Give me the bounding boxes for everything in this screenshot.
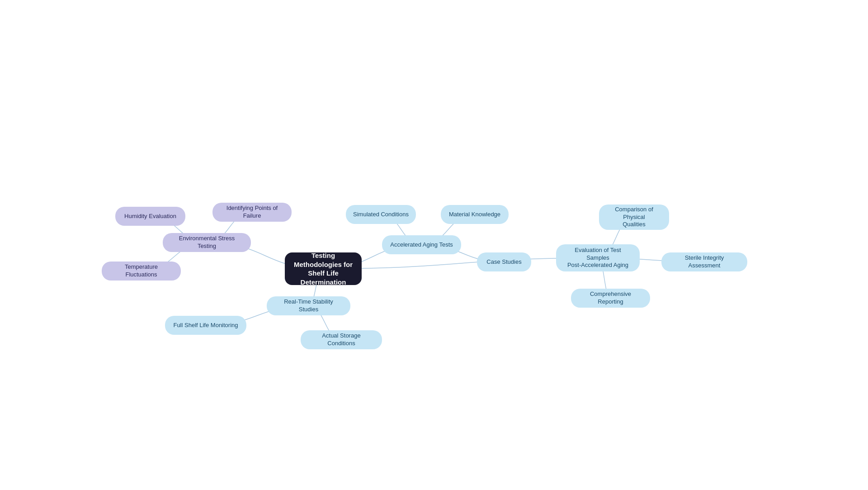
- node-label-material_knowledge: Material Knowledge: [449, 211, 500, 219]
- node-case_studies[interactable]: Case Studies: [477, 252, 531, 271]
- node-material_knowledge[interactable]: Material Knowledge: [441, 205, 509, 224]
- node-label-real_time_stability: Real-Time Stability Studies: [274, 298, 343, 314]
- node-accelerated_aging[interactable]: Accelerated Aging Tests: [382, 235, 461, 254]
- node-comprehensive_reporting[interactable]: Comprehensive Reporting: [571, 289, 650, 308]
- node-center[interactable]: Testing Methodologies forShelf Life Dete…: [285, 252, 362, 285]
- node-label-center: Testing Methodologies forShelf Life Dete…: [292, 251, 354, 286]
- node-label-temperature_fluctuations: Temperature Fluctuations: [109, 263, 174, 279]
- node-comparison_physical[interactable]: Comparison of PhysicalQualities: [599, 205, 669, 230]
- node-temperature_fluctuations[interactable]: Temperature Fluctuations: [102, 262, 181, 281]
- node-evaluation_post[interactable]: Evaluation of Test SamplesPost-Accelerat…: [556, 244, 640, 271]
- node-identifying_points[interactable]: Identifying Points of Failure: [212, 203, 292, 222]
- node-label-sterile_integrity: Sterile Integrity Assessment: [669, 254, 740, 270]
- node-label-identifying_points: Identifying Points of Failure: [220, 205, 284, 220]
- node-label-comprehensive_reporting: Comprehensive Reporting: [578, 290, 643, 306]
- node-simulated_conditions[interactable]: Simulated Conditions: [346, 205, 416, 224]
- node-real_time_stability[interactable]: Real-Time Stability Studies: [267, 296, 350, 315]
- node-environmental_stress[interactable]: Environmental Stress Testing: [163, 233, 251, 252]
- node-label-case_studies: Case Studies: [486, 258, 521, 266]
- node-label-humidity_evaluation: Humidity Evaluation: [124, 213, 176, 220]
- node-full_shelf_life[interactable]: Full Shelf Life Monitoring: [165, 316, 246, 335]
- node-label-comparison_physical: Comparison of PhysicalQualities: [606, 206, 662, 229]
- node-actual_storage[interactable]: Actual Storage Conditions: [301, 330, 382, 349]
- node-sterile_integrity[interactable]: Sterile Integrity Assessment: [661, 252, 747, 271]
- node-humidity_evaluation[interactable]: Humidity Evaluation: [115, 207, 185, 226]
- node-label-actual_storage: Actual Storage Conditions: [308, 332, 375, 347]
- node-label-evaluation_post: Evaluation of Test SamplesPost-Accelerat…: [563, 247, 632, 270]
- node-label-accelerated_aging: Accelerated Aging Tests: [390, 241, 453, 249]
- node-label-full_shelf_life: Full Shelf Life Monitoring: [173, 322, 238, 329]
- node-label-simulated_conditions: Simulated Conditions: [353, 211, 409, 219]
- node-label-environmental_stress: Environmental Stress Testing: [170, 235, 244, 250]
